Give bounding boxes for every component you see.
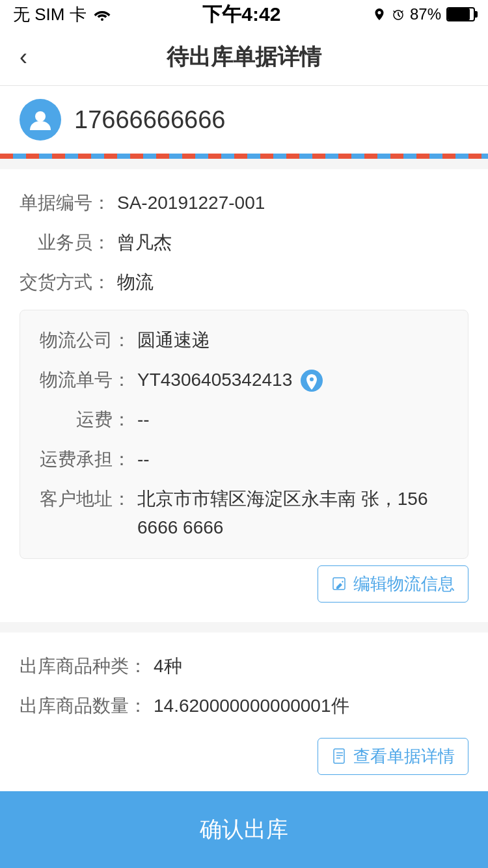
page-title: 待出库单据详情 <box>167 42 321 72</box>
order-no-label: 单据编号： <box>20 189 111 218</box>
view-details-button[interactable]: 查看单据详情 <box>318 738 468 775</box>
salesman-row: 业务员： 曾凡杰 <box>20 228 468 258</box>
goods-section: 出库商品种类： 4种 出库商品数量： 14.620000000000001件 查… <box>0 632 488 794</box>
avatar <box>20 99 61 141</box>
wifi-icon <box>93 8 111 21</box>
status-bar: 无 SIM 卡 下午4:42 87% <box>0 0 488 29</box>
freight-bearer-row: 运费承担： -- <box>40 445 448 474</box>
status-right: 87% <box>372 5 475 23</box>
back-button[interactable]: ‹ <box>20 44 27 71</box>
delivery-row: 交货方式： 物流 <box>20 268 468 297</box>
tracking-value-container: YT43064053424​13 <box>137 366 448 395</box>
edit-logistics-button[interactable]: 编辑物流信息 <box>318 565 468 603</box>
nav-bar: ‹ 待出库单据详情 <box>0 29 488 86</box>
goods-types-label: 出库商品种类： <box>20 652 147 681</box>
freight-label: 运费： <box>40 405 131 435</box>
freight-row: 运费： -- <box>40 405 448 435</box>
svg-rect-5 <box>334 749 344 763</box>
order-no-row: 单据编号： SA-20191227-001 <box>20 189 468 218</box>
tracking-value: YT43064053424​13 <box>137 366 292 395</box>
view-btn-container: 查看单据详情 <box>20 731 468 775</box>
confirm-button[interactable]: 确认出库 <box>0 804 488 855</box>
alarm-icon <box>392 8 405 21</box>
document-icon <box>331 748 348 765</box>
address-row: 客户地址： 北京市市辖区海淀区永丰南 张，156 6666 6666 <box>40 485 448 543</box>
dashed-divider <box>0 154 488 159</box>
address-label: 客户地址： <box>40 485 131 514</box>
logistics-section: 物流公司： 圆通速递 物流单号： YT43064053424​13 运费： --… <box>20 310 468 559</box>
company-row: 物流公司： 圆通速递 <box>40 326 448 355</box>
company-value: 圆通速递 <box>137 326 448 355</box>
tracking-label: 物流单号： <box>40 366 131 395</box>
user-icon <box>27 107 53 133</box>
tracking-row: 物流单号： YT43064053424​13 <box>40 366 448 395</box>
svg-point-0 <box>101 18 103 21</box>
goods-types-value: 4种 <box>154 652 468 681</box>
edit-btn-container: 编辑物流信息 <box>20 559 468 603</box>
salesman-value: 曾凡杰 <box>117 228 468 258</box>
delivery-label: 交货方式： <box>20 268 111 297</box>
order-no-value: SA-20191227-001 <box>117 189 468 218</box>
order-info-section: 单据编号： SA-20191227-001 业务员： 曾凡杰 交货方式： 物流 … <box>0 169 488 622</box>
svg-point-2 <box>35 111 46 122</box>
freight-value: -- <box>137 405 448 435</box>
tracking-location-icon[interactable] <box>300 369 323 392</box>
address-value: 北京市市辖区海淀区永丰南 张，156 6666 6666 <box>137 485 448 543</box>
confirm-btn-container: 确认出库 <box>0 791 488 868</box>
location-active-icon <box>372 7 386 21</box>
company-label: 物流公司： <box>40 326 131 355</box>
freight-bearer-label: 运费承担： <box>40 445 131 474</box>
delivery-value: 物流 <box>117 268 468 297</box>
customer-phone: 17666666666 <box>74 106 225 134</box>
goods-types-row: 出库商品种类： 4种 <box>20 652 468 681</box>
goods-quantity-row: 出库商品数量： 14.620000000000001件 <box>20 692 468 721</box>
freight-bearer-value: -- <box>137 445 448 474</box>
status-carrier: 无 SIM 卡 <box>13 3 111 26</box>
goods-quantity-label: 出库商品数量： <box>20 692 147 721</box>
edit-icon <box>331 576 348 593</box>
goods-quantity-value: 14.620000000000001件 <box>154 692 468 721</box>
salesman-label: 业务员： <box>20 228 111 258</box>
status-time: 下午4:42 <box>202 1 280 28</box>
battery-indicator <box>446 7 475 21</box>
customer-header: 17666666666 <box>0 86 488 154</box>
